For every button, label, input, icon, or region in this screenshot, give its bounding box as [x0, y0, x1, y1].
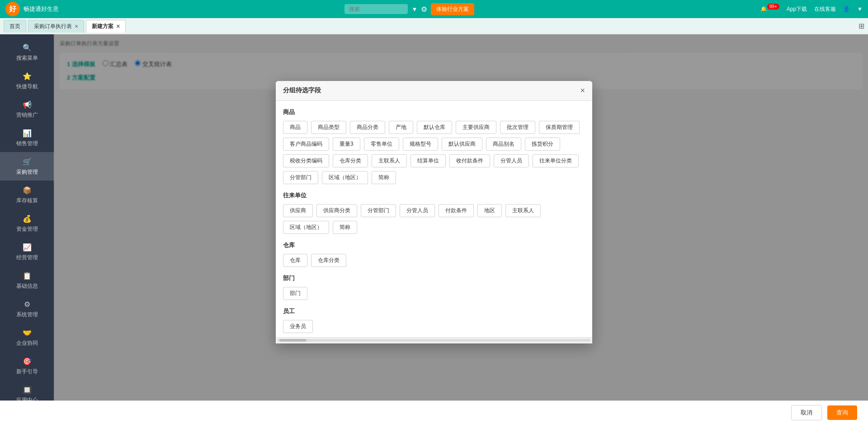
- settings-icon[interactable]: ⚙: [421, 5, 427, 14]
- modal-body[interactable]: 商品 商品 商品类型 商品分类 产地 默认仓库 主要供应商 批次管理 保质期管理…: [276, 101, 592, 337]
- field-warehouse-category[interactable]: 仓库分类: [333, 154, 368, 167]
- field-warehouse[interactable]: 仓库: [283, 254, 307, 267]
- field-short-name2[interactable]: 简称: [333, 221, 357, 234]
- field-partner-dept[interactable]: 分管部门: [361, 204, 396, 217]
- confirm-button[interactable]: 查询: [827, 405, 857, 420]
- field-product-category[interactable]: 商品分类: [350, 121, 385, 134]
- section-dept-grid: 部门: [283, 287, 585, 300]
- section-partner: 往来单位 供应商 供应商分类 分管部门 分管人员 付款条件 地区 主联系人 区域…: [283, 191, 585, 234]
- operations-icon: 📈: [22, 242, 32, 252]
- basic-info-icon: 📋: [22, 271, 32, 281]
- sidebar-item-operations[interactable]: 📈 经营管理: [0, 238, 54, 266]
- tab-home[interactable]: 首页: [4, 20, 26, 33]
- sidebar-item-marketing-label: 营销推广: [16, 111, 38, 119]
- field-supplier-category[interactable]: 供应商分类: [316, 204, 357, 217]
- section-warehouse-grid: 仓库 仓库分类: [283, 254, 585, 267]
- sidebar-item-purchase[interactable]: 🛒 采购管理: [0, 152, 54, 181]
- cancel-button[interactable]: 取消: [791, 405, 822, 420]
- section-warehouse-title: 仓库: [283, 241, 585, 249]
- tab-purchase-list[interactable]: 采购订单执行表 ×: [28, 20, 84, 33]
- header-search-input[interactable]: [344, 4, 408, 14]
- section-product: 商品 商品 商品类型 商品分类 产地 默认仓库 主要供应商 批次管理 保质期管理…: [283, 108, 585, 184]
- section-staff-grid: 业务员: [283, 320, 585, 333]
- tab-bar: 首页 采购订单执行表 × 新建方案 × ⊞: [0, 18, 868, 34]
- field-dept-manage[interactable]: 分管部门: [283, 171, 318, 184]
- sidebar-item-purchase-label: 采购管理: [16, 168, 38, 176]
- tab-new-plan-close[interactable]: ×: [116, 23, 120, 30]
- sidebar-item-basic-info-label: 基础信息: [16, 282, 38, 290]
- field-short-name[interactable]: 简称: [372, 171, 396, 184]
- online-service[interactable]: 在线客服: [814, 5, 836, 13]
- field-retail-unit[interactable]: 零售单位: [364, 138, 399, 151]
- field-warehouse-type[interactable]: 仓库分类: [311, 254, 346, 267]
- sidebar-item-system-label: 系统管理: [16, 311, 38, 319]
- notification-badge: 99+: [767, 4, 779, 10]
- trial-button[interactable]: 体验行业方案: [431, 3, 474, 15]
- hscroll-thumb[interactable]: [279, 339, 307, 342]
- field-main-supplier[interactable]: 主要供应商: [456, 121, 496, 134]
- modal-horizontal-scrollbar[interactable]: [276, 337, 592, 343]
- section-staff-title: 员工: [283, 307, 585, 315]
- field-default-warehouse[interactable]: 默认仓库: [417, 121, 452, 134]
- field-origin[interactable]: 产地: [389, 121, 413, 134]
- logo-icon: 好: [5, 2, 20, 16]
- sidebar-item-sales[interactable]: 📊 销售管理: [0, 124, 54, 152]
- sidebar-item-quick-nav[interactable]: ⭐ 快捷导航: [0, 67, 54, 95]
- app-center-icon: 🔲: [22, 385, 32, 395]
- sidebar-item-marketing[interactable]: 📢 营销推广: [0, 95, 54, 124]
- tab-purchase-close[interactable]: ×: [75, 23, 78, 30]
- sidebar-item-inventory-label: 库存核算: [16, 197, 38, 205]
- field-weight3[interactable]: 重量3: [333, 138, 360, 151]
- field-payment-terms[interactable]: 收付款条件: [449, 154, 490, 167]
- field-product-type[interactable]: 商品类型: [311, 121, 346, 134]
- field-salesperson[interactable]: 业务员: [283, 320, 313, 333]
- sidebar-item-inventory[interactable]: 📦 库存核算: [0, 181, 54, 209]
- field-product[interactable]: 商品: [283, 121, 307, 134]
- app-download[interactable]: App下载: [787, 5, 807, 13]
- field-select-modal: 分组待选字段 × 商品 商品 商品类型 商品分类 产地 默认仓库 主要供应商 批…: [276, 81, 592, 343]
- field-area-region2[interactable]: 区域（地区）: [283, 221, 329, 234]
- tab-expand-icon[interactable]: ⊞: [859, 22, 864, 30]
- sidebar-item-collab[interactable]: 🤝 企业协同: [0, 323, 54, 352]
- sidebar-item-search-label: 搜索菜单: [16, 54, 38, 62]
- sidebar-item-sales-label: 销售管理: [16, 140, 38, 148]
- notification-area[interactable]: 🔔99+: [760, 6, 779, 12]
- logo-text: 畅捷通好生意: [24, 5, 59, 13]
- sidebar-item-finance[interactable]: 💰 资金管理: [0, 209, 54, 238]
- field-partner-category[interactable]: 往来单位分类: [533, 154, 579, 167]
- field-dept[interactable]: 部门: [283, 287, 307, 300]
- field-pay-terms[interactable]: 付款条件: [439, 204, 474, 217]
- field-tax-code[interactable]: 税收分类编码: [283, 154, 329, 167]
- field-main-contact[interactable]: 主联系人: [372, 154, 407, 167]
- search-icon: 🔍: [22, 43, 32, 52]
- field-product-alias[interactable]: 商品别名: [486, 138, 521, 151]
- field-pick-points[interactable]: 拣货积分: [525, 138, 560, 151]
- field-customer-code[interactable]: 客户商品编码: [283, 138, 329, 151]
- tab-new-plan[interactable]: 新建方案 ×: [86, 20, 126, 33]
- field-main-contact2[interactable]: 主联系人: [505, 204, 541, 217]
- sidebar-item-system[interactable]: ⚙ 系统管理: [0, 295, 54, 323]
- marketing-icon: 📢: [22, 100, 32, 110]
- section-product-grid: 商品 商品类型 商品分类 产地 默认仓库 主要供应商 批次管理 保质期管理 客户…: [283, 121, 585, 184]
- user-avatar[interactable]: 👤: [843, 6, 850, 12]
- sidebar-item-basic-info[interactable]: 📋 基础信息: [0, 266, 54, 295]
- sidebar: 🔍 搜索菜单 ⭐ 快捷导航 📢 营销推广 📊 销售管理 🛒 采购管理 📦 库存核…: [0, 34, 54, 424]
- sidebar-item-guide[interactable]: 🎯 新手引导: [0, 352, 54, 380]
- section-dept: 部门 部门: [283, 274, 585, 300]
- header-right: 🔔99+ App下载 在线客服 👤 ▼: [760, 5, 863, 13]
- user-dropdown[interactable]: ▼: [857, 6, 863, 12]
- sidebar-item-search[interactable]: 🔍 搜索菜单: [0, 38, 54, 67]
- field-batch-manage[interactable]: 批次管理: [500, 121, 535, 134]
- field-area-region[interactable]: 区域（地区）: [322, 171, 368, 184]
- field-partner-manager[interactable]: 分管人员: [400, 204, 435, 217]
- search-dropdown-icon[interactable]: ▼: [411, 6, 417, 13]
- field-manager[interactable]: 分管人员: [494, 154, 529, 167]
- field-spec-model[interactable]: 规格型号: [403, 138, 438, 151]
- modal-close-button[interactable]: ×: [580, 86, 585, 95]
- field-supplier[interactable]: 供应商: [283, 204, 313, 217]
- section-partner-title: 往来单位: [283, 191, 585, 200]
- field-settlement-unit[interactable]: 结算单位: [410, 154, 446, 167]
- field-default-supplier[interactable]: 默认供应商: [442, 138, 482, 151]
- field-quality-manage[interactable]: 保质期管理: [539, 121, 580, 134]
- field-area[interactable]: 地区: [477, 204, 502, 217]
